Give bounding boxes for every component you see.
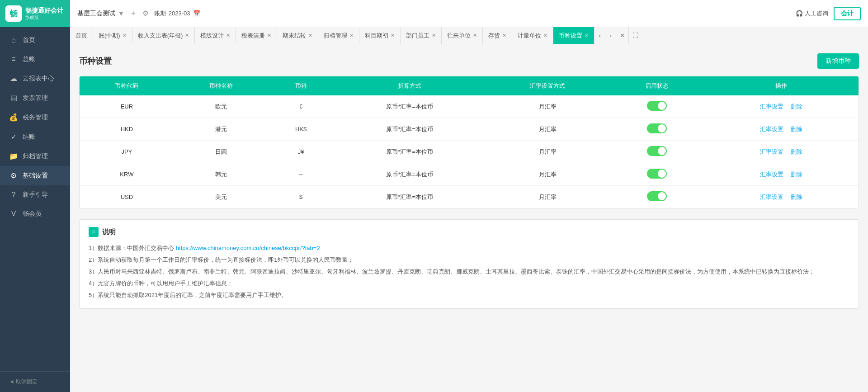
topbar-settings-icon[interactable]: ⚙ bbox=[142, 9, 149, 18]
tab-close-icon[interactable]: ✕ bbox=[123, 33, 127, 38]
cell-name: 欧元 bbox=[174, 95, 269, 118]
col-status: 启用状态 bbox=[609, 76, 704, 95]
notes-link[interactable]: https://www.chinamoney.com.cn/chinese/bk… bbox=[176, 245, 320, 251]
tab-close-icon[interactable]: ✕ bbox=[308, 33, 312, 38]
invoice-icon: ▤ bbox=[9, 94, 18, 102]
delete-link[interactable]: 删除 bbox=[791, 194, 802, 200]
cell-name: 港元 bbox=[174, 118, 269, 141]
tab-customer[interactable]: 往来单位 ✕ bbox=[442, 27, 483, 44]
sidebar-item-settle[interactable]: ✓ 结账 bbox=[0, 127, 70, 146]
cell-method: 原币*汇率=本位币 bbox=[334, 95, 486, 118]
sidebar-item-guide[interactable]: ? 新手引导 bbox=[0, 185, 70, 204]
calendar-icon[interactable]: 📅 bbox=[193, 10, 200, 17]
table-row: HKD 港元 HK$ 原币*汇率=本位币 月汇率 汇率设置 删除 bbox=[80, 118, 859, 141]
status-toggle[interactable] bbox=[647, 169, 667, 179]
tab-expand-button[interactable]: ⛶ bbox=[629, 27, 642, 44]
cell-name: 韩元 bbox=[174, 163, 269, 186]
tab-income[interactable]: 收入支出表(年报) ✕ bbox=[132, 27, 195, 44]
delete-link[interactable]: 删除 bbox=[791, 103, 802, 110]
tab-close-all-button[interactable]: ✕ bbox=[616, 27, 629, 44]
rate-setting-link[interactable]: 汇率设置 bbox=[760, 126, 783, 132]
tab-next-button[interactable]: › bbox=[605, 27, 616, 44]
sidebar-item-tax[interactable]: 💰 税务管理 bbox=[0, 108, 70, 127]
tab-close-icon[interactable]: ✕ bbox=[226, 33, 230, 38]
cell-method: 原币*汇率=本位币 bbox=[334, 186, 486, 208]
cell-actions: 汇率设置 删除 bbox=[704, 118, 859, 141]
tab-prev-button[interactable]: ‹ bbox=[594, 27, 605, 44]
tab-inventory[interactable]: 存货 ✕ bbox=[483, 27, 512, 44]
delete-link[interactable]: 删除 bbox=[791, 171, 802, 178]
topbar: 基层工会测试 ▼ ＋ ⚙ 账期 2023-03 📅 🎧 人工咨询 会计 bbox=[70, 0, 868, 27]
tab-close-icon[interactable]: ✕ bbox=[502, 33, 506, 38]
tab-unit[interactable]: 计量单位 ✕ bbox=[512, 27, 553, 44]
cell-symbol: $ bbox=[269, 186, 334, 208]
new-currency-button[interactable]: 新增币种 bbox=[817, 53, 859, 69]
notes-icon: ≡ bbox=[89, 227, 99, 237]
tab-subject[interactable]: 科目期初 ✕ bbox=[359, 27, 401, 44]
service-button[interactable]: 🎧 人工咨询 bbox=[796, 9, 828, 18]
sidebar: 畅 畅捷通好会计 旗舰版 ⌂ 首页 ≡ 总账 ☁ 云报表中心 ▤ 发票管理 💰 … bbox=[0, 0, 70, 392]
tab-close-icon[interactable]: ✕ bbox=[267, 33, 271, 38]
table-row: KRW 韩元 -- 原币*汇率=本位币 月汇率 汇率设置 删除 bbox=[80, 163, 859, 186]
sidebar-item-member[interactable]: V 畅会员 bbox=[0, 204, 70, 223]
tab-period-end[interactable]: 期末结转 ✕ bbox=[277, 27, 318, 44]
account-type-button[interactable]: 会计 bbox=[834, 7, 861, 20]
sidebar-item-label: 基础设置 bbox=[23, 172, 48, 180]
archive-icon: 📁 bbox=[9, 152, 18, 161]
company-dropdown-icon: ▼ bbox=[118, 10, 124, 17]
status-toggle[interactable] bbox=[647, 191, 667, 201]
rate-setting-link[interactable]: 汇率设置 bbox=[760, 194, 783, 200]
tab-home[interactable]: 首页 bbox=[70, 27, 93, 44]
rate-setting-link[interactable]: 汇率设置 bbox=[760, 171, 783, 178]
status-toggle[interactable] bbox=[647, 146, 667, 156]
tab-close-icon[interactable]: ✕ bbox=[391, 33, 395, 38]
tab-close-icon[interactable]: ✕ bbox=[432, 33, 436, 38]
sidebar-item-archive[interactable]: 📁 归档管理 bbox=[0, 146, 70, 166]
member-icon: V bbox=[9, 210, 18, 218]
cell-method: 原币*汇率=本位币 bbox=[334, 118, 486, 141]
logo-icon: 畅 bbox=[5, 5, 22, 22]
tab-template[interactable]: 模版设计 ✕ bbox=[195, 27, 236, 44]
period-display: 账期 2023-03 📅 bbox=[154, 9, 200, 18]
sidebar-nav: ⌂ 首页 ≡ 总账 ☁ 云报表中心 ▤ 发票管理 💰 税务管理 ✓ 结账 📁 归… bbox=[0, 27, 70, 371]
tab-currency[interactable]: 币种设置 ✕ bbox=[553, 27, 594, 44]
tab-dept[interactable]: 部门员工 ✕ bbox=[401, 27, 442, 44]
cell-symbol: HK$ bbox=[269, 118, 334, 141]
cell-actions: 汇率设置 删除 bbox=[704, 163, 859, 186]
sidebar-pin-toggle[interactable]: ◄ 取消固定 bbox=[0, 371, 70, 392]
tab-archive[interactable]: 归档管理 ✕ bbox=[318, 27, 359, 44]
sidebar-item-report[interactable]: ☁ 云报表中心 bbox=[0, 69, 70, 88]
cell-status bbox=[609, 95, 704, 118]
status-toggle[interactable] bbox=[647, 101, 667, 111]
tab-tax[interactable]: 税表清册 ✕ bbox=[236, 27, 277, 44]
tab-close-icon[interactable]: ✕ bbox=[349, 33, 354, 38]
sidebar-item-label: 结账 bbox=[23, 133, 35, 141]
add-tab-button[interactable]: ＋ bbox=[130, 9, 137, 18]
delete-link[interactable]: 删除 bbox=[791, 126, 802, 132]
rate-setting-link[interactable]: 汇率设置 bbox=[760, 148, 783, 155]
notes-section: ≡ 说明 1）数据来源：中国外汇交易中心 https://www.chinamo… bbox=[79, 219, 859, 309]
company-name[interactable]: 基层工会测试 ▼ bbox=[77, 9, 124, 18]
sidebar-item-settings[interactable]: ⚙ 基础设置 bbox=[0, 166, 70, 185]
tab-close-icon[interactable]: ✕ bbox=[543, 33, 547, 38]
app-name: 畅捷通好会计 bbox=[25, 6, 63, 14]
sidebar-item-home[interactable]: ⌂ 首页 bbox=[0, 31, 70, 50]
tab-close-icon[interactable]: ✕ bbox=[585, 33, 589, 38]
sidebar-item-invoice[interactable]: ▤ 发票管理 bbox=[0, 88, 70, 108]
content-area: 币种设置 新增币种 币种代码 币种名称 币符 折算方式 汇率设置方式 启用状态 … bbox=[70, 44, 868, 392]
sidebar-item-label: 云报表中心 bbox=[23, 75, 54, 83]
tab-close-icon[interactable]: ✕ bbox=[473, 33, 477, 38]
delete-link[interactable]: 删除 bbox=[791, 148, 802, 155]
status-toggle[interactable] bbox=[647, 123, 667, 133]
cell-code: JPY bbox=[80, 141, 174, 163]
currency-table: 币种代码 币种名称 币符 折算方式 汇率设置方式 启用状态 操作 EUR 欧元 … bbox=[79, 76, 859, 208]
tab-period[interactable]: 账(中期) ✕ bbox=[93, 27, 132, 44]
cell-symbol: J¥ bbox=[269, 141, 334, 163]
sidebar-item-ledger[interactable]: ≡ 总账 bbox=[0, 50, 70, 69]
cell-rate-type: 月汇率 bbox=[486, 141, 609, 163]
cell-name: 美元 bbox=[174, 186, 269, 208]
sidebar-item-label: 发票管理 bbox=[23, 94, 48, 102]
tab-close-icon[interactable]: ✕ bbox=[185, 33, 189, 38]
rate-setting-link[interactable]: 汇率设置 bbox=[760, 103, 783, 110]
app-logo: 畅 畅捷通好会计 旗舰版 bbox=[0, 0, 70, 27]
